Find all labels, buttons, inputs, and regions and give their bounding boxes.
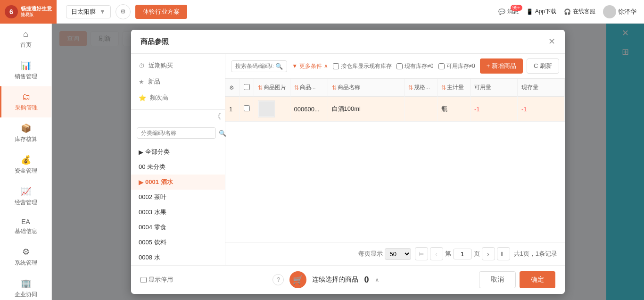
category-item-0005[interactable]: 0005 饮料: [131, 235, 225, 250]
modal-footer: 显示停用 ? 🛒 连续选择的商品 0 ∧ 取消 确定: [131, 265, 565, 294]
page-navigation: ⊨ ‹ 第 页 › ⊩: [415, 247, 510, 260]
prev-page-button[interactable]: ‹: [430, 247, 443, 260]
category-item-0001[interactable]: ▶ 0001 酒水: [131, 175, 225, 190]
modal-toolbar: 🔍 ▼ 更多条件 ∧ 按仓库显示现有库存: [225, 54, 565, 79]
page-number-input[interactable]: [453, 249, 472, 259]
app-download-button[interactable]: 📱 App下载: [526, 8, 556, 16]
online-service-button[interactable]: 🎧 在线客服: [564, 8, 595, 16]
help-icon[interactable]: ?: [272, 274, 284, 285]
stock-warehouse-checkbox[interactable]: [333, 63, 339, 69]
cancel-button[interactable]: 取消: [479, 271, 516, 288]
category-item-0002[interactable]: 0002 茶叶: [131, 190, 225, 205]
sidebar-item-label: 经营管理: [15, 199, 37, 207]
sort-icon: ⇅: [258, 84, 263, 91]
left-tab-new[interactable]: ★ 新品: [131, 74, 225, 90]
product-table-container: ⚙ ⇅ 商品图片: [225, 79, 565, 242]
show-disabled-checkbox[interactable]: 显示停用: [140, 275, 173, 284]
sidebar: ⌂ 首页 📊 销售管理 🗂 采购管理 📦 库存核算 💰 资金管理 📈 经营管理 …: [0, 24, 52, 300]
settings-icon[interactable]: ⚙: [116, 4, 131, 19]
category-item-0003[interactable]: 0003 水果: [131, 205, 225, 220]
left-tab-frequent[interactable]: ⭐ 频次高: [131, 90, 225, 106]
checkbox-available-nonzero[interactable]: 现有库存≠0: [396, 62, 433, 70]
messages-button[interactable]: 💬 消息 99+: [498, 8, 519, 16]
footer-right: 取消 确定: [479, 271, 555, 288]
search-icon[interactable]: 🔍: [275, 63, 283, 70]
product-search-box: 🔍: [231, 60, 287, 72]
cell-stock: -1: [518, 97, 565, 122]
sidebar-item-basic[interactable]: EA 基础信息: [0, 212, 51, 241]
logo: 6 畅捷通好生意 捷易版: [0, 0, 57, 24]
sort-icon: ⇅: [408, 84, 413, 91]
category-search: 🔍: [131, 124, 225, 142]
sidebar-item-system[interactable]: ⚙ 系统管理: [0, 241, 51, 273]
category-search-input[interactable]: [137, 127, 216, 139]
col-settings[interactable]: ⚙: [225, 79, 239, 97]
add-product-button[interactable]: + 新增商品: [480, 58, 523, 74]
row-checkbox[interactable]: [244, 105, 250, 111]
username: 徐泽华: [618, 8, 636, 16]
pagination: 每页显示 50 100 200 ⊨ ‹ 第: [225, 242, 565, 265]
col-unit: ⇅ 主计量: [438, 79, 471, 97]
main-content: 查询 刷新 设置 ✕ ⊞ 商品参照 ✕: [52, 24, 644, 300]
refresh-button[interactable]: C 刷新: [527, 58, 559, 74]
sidebar-item-finance[interactable]: 💰 资金管理: [0, 149, 51, 181]
cell-spec: [405, 97, 438, 122]
mobile-icon: 📱: [526, 8, 533, 15]
frequent-icon: ⭐: [139, 94, 146, 101]
modal-close-button[interactable]: ✕: [548, 36, 555, 47]
checkbox-usable-nonzero[interactable]: 可用库存≠0: [438, 62, 475, 70]
left-tab-recent[interactable]: ⏱ 近期购买: [131, 58, 225, 74]
home-icon: ⌂: [23, 29, 28, 39]
usable-nonzero-checkbox[interactable]: [438, 63, 445, 69]
col-image: ⇅ 商品图片: [254, 79, 290, 97]
disabled-checkbox[interactable]: [140, 277, 147, 283]
filter-icon: ▼: [292, 63, 297, 69]
category-item-all[interactable]: ▶ 全部分类: [131, 144, 225, 159]
sidebar-item-inventory[interactable]: 📦 库存核算: [0, 117, 51, 149]
checkbox-stock-warehouse[interactable]: 按仓库显示现有库存: [333, 62, 392, 70]
left-quick-tabs: ⏱ 近期购买 ★ 新品 ⭐ 频次高: [131, 54, 225, 110]
product-search-input[interactable]: [235, 63, 273, 69]
filter-button[interactable]: ▼ 更多条件 ∧: [292, 62, 328, 70]
trial-button[interactable]: 体验行业方案: [135, 5, 187, 19]
col-stock: 现存量: [518, 79, 565, 97]
confirm-button[interactable]: 确定: [520, 271, 555, 288]
collapse-left-button[interactable]: 《: [214, 112, 221, 122]
category-item-0008[interactable]: 0008 水: [131, 250, 225, 265]
page-size-selector: 每页显示 50 100 200: [358, 248, 411, 260]
cell-checkbox[interactable]: [239, 97, 254, 122]
first-page-button[interactable]: ⊨: [415, 247, 428, 260]
topbar-nav: 日太阳膜 ▼ ⚙ 体验行业方案: [57, 4, 498, 19]
sidebar-item-enterprise[interactable]: 🏢 企业协同: [0, 273, 51, 300]
sidebar-item-label: 库存核算: [15, 135, 37, 143]
cart-button[interactable]: 🛒: [289, 271, 306, 288]
sidebar-item-sales[interactable]: 📊 销售管理: [0, 55, 51, 86]
sidebar-item-operations[interactable]: 📈 经营管理: [0, 181, 51, 212]
sidebar-item-purchase[interactable]: 🗂 采购管理: [0, 86, 51, 117]
cart-count: 0: [364, 275, 369, 285]
category-item-00[interactable]: 00 未分类: [131, 159, 225, 175]
avatar: [603, 5, 616, 18]
logo-sub: 捷易版: [21, 12, 52, 18]
sidebar-item-label: 首页: [20, 41, 32, 49]
topbar-branch-select[interactable]: 日太阳膜 ▼: [66, 5, 111, 18]
sidebar-item-home[interactable]: ⌂ 首页: [0, 24, 51, 55]
cell-no: 1: [225, 97, 239, 122]
sidebar-item-label: 销售管理: [15, 73, 37, 81]
last-page-button[interactable]: ⊩: [497, 247, 510, 260]
table-row[interactable]: 1 000600... 白酒100ml: [225, 97, 565, 122]
collapse-footer-button[interactable]: ∧: [375, 276, 380, 283]
available-nonzero-checkbox[interactable]: [396, 63, 403, 69]
sort-icon: ⇅: [294, 84, 299, 91]
modal-overlay: 商品参照 ✕ ⏱ 近期购买 ★ 新品: [52, 24, 644, 300]
category-item-0004[interactable]: 0004 零食: [131, 220, 225, 235]
topbar: 6 畅捷通好生意 捷易版 日太阳膜 ▼ ⚙ 体验行业方案 💬 消息 99+ 📱 …: [0, 0, 644, 24]
sidebar-item-label: 企业协同: [15, 291, 37, 299]
page-size-select[interactable]: 50 100 200: [385, 248, 411, 260]
col-checkbox: [239, 79, 254, 97]
next-page-button[interactable]: ›: [482, 247, 495, 260]
select-all-checkbox[interactable]: [244, 84, 250, 90]
user-profile[interactable]: 徐泽华: [603, 5, 636, 18]
sales-icon: 📊: [21, 60, 31, 71]
message-badge: 99+: [511, 5, 522, 11]
